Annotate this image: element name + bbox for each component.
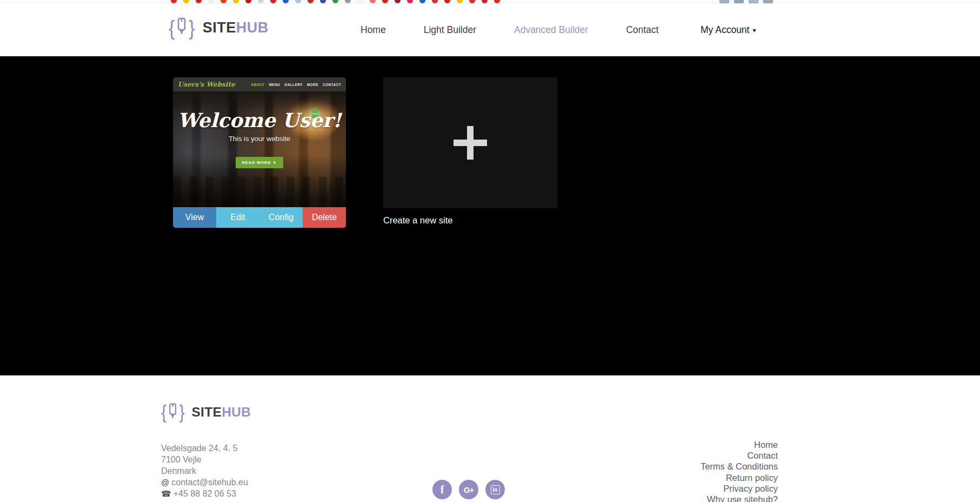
footer-link-return-policy[interactable]: Return policy (726, 472, 778, 483)
favicon-dot[interactable] (233, 0, 239, 3)
address-line: Vedelsgade 24, 4. 5 (161, 442, 248, 454)
preview-nav-contact: CONTACT (323, 83, 341, 87)
footer-link-home[interactable]: Home (754, 439, 778, 450)
bookmarks-strip-squares (719, 0, 773, 3)
google-plus-icon[interactable]: G+ (459, 480, 478, 499)
favicon-dot[interactable] (419, 0, 425, 3)
preview-hero-photo: Welcome User! This is your website READ … (173, 91, 346, 207)
favicon-dot[interactable] (221, 0, 226, 3)
pencil-icon (166, 402, 179, 422)
chevron-down-icon: ▾ (752, 27, 756, 34)
footer-email-row: @contact@sitehub.eu (161, 477, 248, 488)
bookmark-folder[interactable] (719, 0, 729, 3)
favicon-dot[interactable] (494, 0, 500, 3)
address-line: Denmark (161, 465, 248, 477)
footer: { } SITEHUB Vedelsgade 24, 4. 5 7100 Vej… (0, 375, 980, 502)
favicon-dot[interactable] (395, 0, 401, 3)
site-action-button[interactable]: Config (259, 207, 303, 228)
site-card-actions: View Edit Config Delete (173, 207, 346, 228)
sites-workspace: Users's Website ABOUT MENU GALLERY MORE … (0, 56, 980, 375)
favicon-dot[interactable] (407, 0, 413, 3)
bookmark-folder[interactable] (749, 0, 758, 3)
phone-icon: ☎ (161, 489, 171, 498)
bookmark-folder[interactable] (734, 0, 744, 3)
preview-nav-about: ABOUT (251, 83, 264, 87)
favicon-dot[interactable] (457, 0, 463, 3)
nav-light-builder[interactable]: Light Builder (424, 24, 476, 36)
preview-nav-menu: MENU (269, 83, 280, 87)
favicon-dot[interactable] (332, 0, 338, 3)
bookmark-folder[interactable] (763, 0, 773, 3)
favicon-dot[interactable] (208, 0, 214, 3)
create-site-label[interactable]: Create a new site (383, 215, 557, 226)
plus-icon (454, 126, 487, 160)
favicon-dot[interactable] (295, 0, 301, 3)
favicon-dot[interactable] (283, 0, 289, 3)
pencil-icon (175, 17, 189, 38)
logo-brace-left: { (161, 402, 166, 421)
main-nav: Home Light Builder Advanced Builder Cont… (361, 4, 658, 56)
favicon-dot[interactable] (245, 0, 251, 3)
favicon-dot[interactable] (370, 0, 376, 3)
favicon-dot[interactable] (444, 0, 450, 3)
favicon-dot[interactable] (258, 0, 264, 3)
preview-subheading: This is your website (229, 135, 290, 143)
favicon-dot[interactable] (308, 0, 314, 3)
sitehub-logo[interactable]: { } SITEHUB (169, 17, 269, 38)
favicon-dot[interactable] (469, 0, 475, 3)
footer-link-why[interactable]: Why use sitehub? (707, 494, 778, 502)
preview-nav-gallery: GALLERY (284, 83, 303, 87)
logo-brace-right: } (189, 17, 195, 38)
footer-address: Vedelsgade 24, 4. 5 7100 Vejle Denmark @… (161, 442, 248, 499)
email-icon: @ (161, 478, 169, 487)
site-action-button[interactable]: Edit (216, 207, 259, 228)
header: { } SITEHUB Home Light Builder Advanced … (0, 4, 980, 56)
my-account-dropdown[interactable]: My Account ▾ (701, 4, 756, 56)
favicon-dot[interactable] (183, 0, 189, 3)
footer-link-contact[interactable]: Contact (747, 450, 778, 461)
facebook-icon[interactable]: f (432, 480, 452, 499)
favicon-dot[interactable] (382, 0, 388, 3)
nav-contact[interactable]: Contact (626, 24, 658, 36)
favicon-dot[interactable] (171, 0, 177, 3)
favicon-dot[interactable] (345, 0, 351, 3)
logo-brace-left: { (169, 17, 175, 38)
site-action-button[interactable]: View (173, 207, 216, 228)
site-preview-thumbnail[interactable]: Users's Website ABOUT MENU GALLERY MORE … (173, 77, 346, 207)
preview-heading: Welcome User! (178, 109, 342, 131)
bookmarks-strip-dots (171, 0, 500, 3)
footer-link-privacy-policy[interactable]: Privacy policy (723, 483, 778, 494)
logo-wordmark: SITEHUB (203, 19, 269, 36)
footer-link-terms[interactable]: Terms & Conditions (701, 461, 778, 472)
footer-phone: +45 88 82 06 53 (174, 489, 236, 498)
favicon-dot[interactable] (270, 0, 276, 3)
my-account-label: My Account (701, 24, 749, 36)
footer-links: Home Contact Terms & Conditions Return p… (701, 439, 778, 502)
logo-brace-right: } (179, 402, 185, 421)
create-site-card[interactable] (383, 77, 557, 208)
preview-read-more-button: READ MORE ▼ (236, 157, 283, 168)
favicon-dot[interactable] (432, 0, 438, 3)
site-action-button[interactable]: Delete (303, 207, 346, 228)
footer-email[interactable]: contact@sitehub.eu (171, 478, 248, 487)
favicon-dot[interactable] (196, 0, 202, 3)
footer-logo[interactable]: { } SITEHUB (161, 402, 251, 422)
favicon-dot[interactable] (482, 0, 488, 3)
favicon-dot[interactable] (357, 0, 363, 3)
preview-nav: ABOUT MENU GALLERY MORE CONTACT (251, 83, 341, 87)
preview-nav-more: MORE (307, 83, 318, 87)
nav-advanced-builder[interactable]: Advanced Builder (514, 24, 588, 36)
preview-site-title: Users's Website (178, 81, 235, 88)
address-line: 7100 Vejle (161, 454, 248, 465)
bookmarks-strip (0, 0, 980, 4)
nav-home[interactable]: Home (361, 24, 386, 36)
create-site-section: Create a new site (383, 77, 557, 226)
linkedin-icon[interactable]: in (485, 480, 505, 499)
footer-phone-row: ☎+45 88 82 06 53 (161, 488, 248, 499)
logo-wordmark: SITEHUB (191, 405, 251, 420)
favicon-dot[interactable] (320, 0, 326, 3)
site-card: Users's Website ABOUT MENU GALLERY MORE … (173, 77, 346, 228)
footer-social: f G+ in (432, 480, 505, 499)
preview-navbar: Users's Website ABOUT MENU GALLERY MORE … (173, 77, 346, 91)
